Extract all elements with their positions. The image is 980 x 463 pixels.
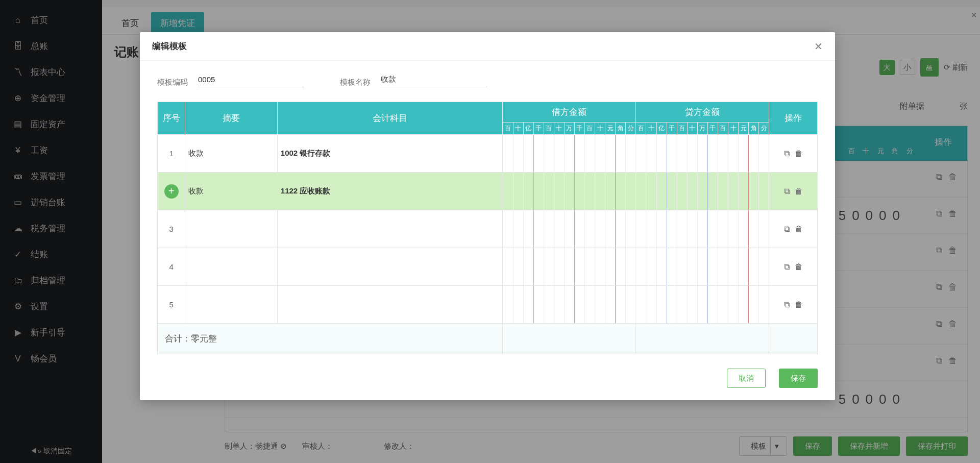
amount-cell[interactable] [574, 286, 584, 324]
delete-row-icon[interactable]: 🗑 [795, 187, 803, 196]
amount-cell[interactable] [667, 135, 677, 173]
amount-cell[interactable] [677, 248, 687, 286]
amount-cell[interactable] [718, 135, 728, 173]
amount-cell[interactable] [718, 210, 728, 248]
delete-row-icon[interactable]: 🗑 [795, 225, 803, 233]
copy-row-icon[interactable]: ⧉ [784, 149, 790, 158]
amount-cell[interactable] [707, 248, 718, 286]
amount-cell[interactable] [636, 286, 646, 324]
account-cell[interactable]: 1002 银行存款 [277, 135, 503, 173]
amount-cell[interactable] [707, 173, 718, 210]
amount-cell[interactable] [584, 286, 595, 324]
amount-cell[interactable] [687, 210, 697, 248]
amount-cell[interactable] [677, 286, 687, 324]
amount-cell[interactable] [605, 210, 616, 248]
amount-cell[interactable] [626, 286, 636, 324]
account-cell[interactable] [277, 248, 503, 286]
amount-cell[interactable] [656, 135, 667, 173]
amount-cell[interactable] [584, 248, 595, 286]
amount-cell[interactable] [759, 210, 769, 248]
amount-cell[interactable] [574, 135, 584, 173]
amount-cell[interactable] [513, 286, 523, 324]
amount-cell[interactable] [687, 286, 697, 324]
amount-cell[interactable] [564, 135, 574, 173]
amount-cell[interactable] [533, 248, 544, 286]
amount-cell[interactable] [564, 286, 574, 324]
amount-cell[interactable] [739, 210, 749, 248]
amount-cell[interactable] [646, 210, 656, 248]
amount-cell[interactable] [554, 248, 564, 286]
amount-cell[interactable] [728, 135, 738, 173]
amount-cell[interactable] [544, 210, 554, 248]
amount-cell[interactable] [697, 135, 707, 173]
amount-cell[interactable] [697, 248, 707, 286]
amount-cell[interactable] [595, 135, 605, 173]
modal-cancel-button[interactable]: 取消 [727, 369, 766, 388]
template-name-input[interactable] [380, 72, 487, 87]
amount-cell[interactable] [718, 173, 728, 210]
modal-close-icon[interactable]: ✕ [814, 40, 823, 53]
amount-cell[interactable] [759, 248, 769, 286]
amount-cell[interactable] [697, 210, 707, 248]
amount-cell[interactable] [503, 210, 513, 248]
amount-cell[interactable] [544, 173, 554, 210]
account-cell[interactable]: 1122 应收账款 [277, 173, 503, 210]
amount-cell[interactable] [667, 248, 677, 286]
amount-cell[interactable] [626, 210, 636, 248]
amount-cell[interactable] [728, 210, 738, 248]
amount-cell[interactable] [584, 210, 595, 248]
add-row-button[interactable]: + [164, 184, 179, 199]
amount-cell[interactable] [749, 173, 759, 210]
amount-cell[interactable] [687, 248, 697, 286]
amount-cell[interactable] [554, 173, 564, 210]
amount-cell[interactable] [574, 173, 584, 210]
amount-cell[interactable] [646, 173, 656, 210]
amount-cell[interactable] [533, 173, 544, 210]
amount-cell[interactable] [605, 173, 616, 210]
amount-cell[interactable] [544, 286, 554, 324]
amount-cell[interactable] [605, 135, 616, 173]
amount-cell[interactable] [636, 135, 646, 173]
amount-cell[interactable] [739, 173, 749, 210]
amount-cell[interactable] [656, 210, 667, 248]
amount-cell[interactable] [739, 248, 749, 286]
delete-row-icon[interactable]: 🗑 [795, 262, 803, 271]
amount-cell[interactable] [707, 135, 718, 173]
amount-cell[interactable] [646, 248, 656, 286]
amount-cell[interactable] [677, 210, 687, 248]
amount-cell[interactable] [626, 135, 636, 173]
amount-cell[interactable] [544, 135, 554, 173]
amount-cell[interactable] [554, 135, 564, 173]
amount-cell[interactable] [595, 286, 605, 324]
amount-cell[interactable] [533, 135, 544, 173]
amount-cell[interactable] [687, 173, 697, 210]
amount-cell[interactable] [503, 173, 513, 210]
amount-cell[interactable] [749, 248, 759, 286]
copy-row-icon[interactable]: ⧉ [784, 187, 790, 196]
amount-cell[interactable] [564, 173, 574, 210]
amount-cell[interactable] [554, 210, 564, 248]
amount-cell[interactable] [595, 173, 605, 210]
amount-cell[interactable] [667, 210, 677, 248]
amount-cell[interactable] [616, 135, 626, 173]
amount-cell[interactable] [503, 248, 513, 286]
amount-cell[interactable] [759, 135, 769, 173]
amount-cell[interactable] [749, 210, 759, 248]
copy-row-icon[interactable]: ⧉ [784, 225, 790, 233]
amount-cell[interactable] [584, 135, 595, 173]
amount-cell[interactable] [687, 135, 697, 173]
summary-cell[interactable] [185, 286, 278, 324]
amount-cell[interactable] [605, 286, 616, 324]
amount-cell[interactable] [523, 286, 533, 324]
amount-cell[interactable] [697, 286, 707, 324]
amount-cell[interactable] [636, 210, 646, 248]
amount-cell[interactable] [636, 248, 646, 286]
amount-cell[interactable] [503, 286, 513, 324]
amount-cell[interactable] [616, 173, 626, 210]
amount-cell[interactable] [667, 173, 677, 210]
delete-row-icon[interactable]: 🗑 [795, 300, 803, 309]
amount-cell[interactable] [626, 248, 636, 286]
amount-cell[interactable] [707, 286, 718, 324]
amount-cell[interactable] [677, 173, 687, 210]
template-code-input[interactable] [197, 72, 304, 87]
